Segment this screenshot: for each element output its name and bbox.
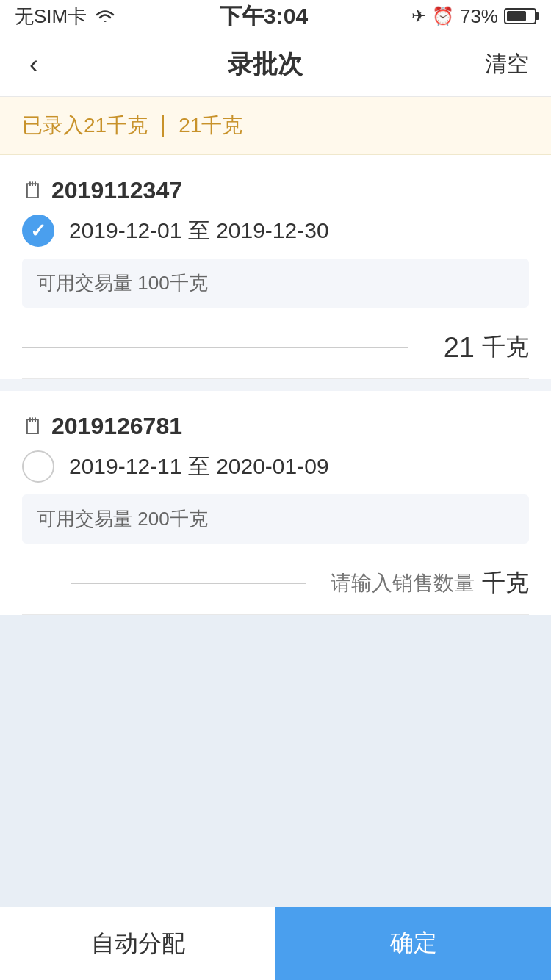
- bottom-bar: 自动分配 确定: [0, 907, 551, 980]
- batch-header-2: 🗒 2019126781: [22, 413, 529, 440]
- radio-button-1[interactable]: [22, 215, 54, 247]
- available-qty-1: 可用交易量 100千克: [22, 259, 529, 308]
- battery-percent: 73%: [460, 5, 498, 28]
- back-button[interactable]: ‹: [22, 42, 46, 87]
- amount-input-1[interactable]: [416, 332, 475, 364]
- batch-row-2[interactable]: 2019-12-11 至 2020-01-09: [22, 450, 529, 483]
- batch-doc-icon-1: 🗒: [22, 179, 44, 203]
- batch-amount-row-2: 千克: [22, 555, 529, 615]
- batch-header-1: 🗒 2019112347: [22, 177, 529, 204]
- batch-id-2: 2019126781: [51, 413, 182, 440]
- clear-button[interactable]: 清空: [485, 49, 529, 79]
- time-label: 下午3:04: [220, 1, 308, 32]
- summary-value: 21千克: [179, 112, 242, 140]
- batch-amount-row-1: 千克: [22, 320, 529, 379]
- summary-label: 已录入21千克: [22, 112, 148, 140]
- page-title: 录批次: [228, 48, 303, 82]
- batch-card-1: 🗒 2019112347 2019-12-01 至 2019-12-30 可用交…: [0, 155, 551, 379]
- status-bar: 无SIM卡 下午3:04 ✈ ⏰ 73%: [0, 0, 551, 32]
- empty-area: [0, 615, 551, 923]
- batch-row-1[interactable]: 2019-12-01 至 2019-12-30: [22, 215, 529, 247]
- available-qty-2: 可用交易量 200千克: [22, 494, 529, 544]
- summary-divider: [162, 115, 164, 137]
- amount-input-2[interactable]: [313, 572, 475, 595]
- status-left: 无SIM卡: [15, 4, 116, 29]
- battery-icon: [504, 8, 536, 24]
- batch-id-1: 2019112347: [51, 177, 182, 204]
- radio-button-2[interactable]: [22, 450, 54, 483]
- summary-bar: 已录入21千克 21千克: [0, 97, 551, 155]
- status-right: ✈ ⏰ 73%: [411, 5, 536, 28]
- batch-doc-icon-2: 🗒: [22, 414, 44, 439]
- location-icon: ✈: [411, 6, 426, 26]
- batch-date-2: 2019-12-11 至 2020-01-09: [69, 452, 329, 482]
- card-separator-1: [0, 379, 551, 391]
- amount-unit-1: 千克: [482, 331, 529, 364]
- confirm-button[interactable]: 确定: [276, 907, 551, 980]
- nav-bar: ‹ 录批次 清空: [0, 32, 551, 97]
- amount-unit-2: 千克: [482, 567, 529, 599]
- batch-date-1: 2019-12-01 至 2019-12-30: [69, 216, 329, 246]
- wifi-icon: [94, 8, 116, 24]
- batch-card-2: 🗒 2019126781 2019-12-11 至 2020-01-09 可用交…: [0, 391, 551, 615]
- alarm-icon: ⏰: [432, 6, 454, 26]
- content-area: 🗒 2019112347 2019-12-01 至 2019-12-30 可用交…: [0, 155, 551, 980]
- carrier-label: 无SIM卡: [15, 4, 87, 29]
- auto-distribute-button[interactable]: 自动分配: [0, 907, 276, 980]
